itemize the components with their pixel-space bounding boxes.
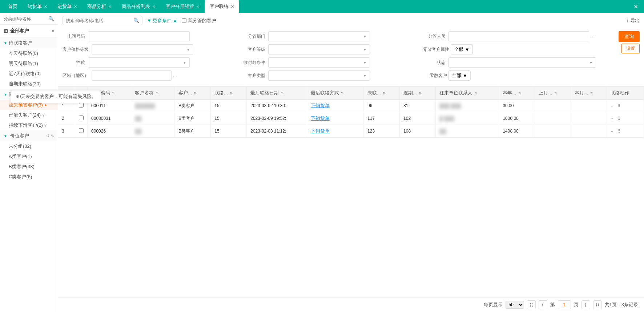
settings-button[interactable]: 设置 bbox=[621, 44, 640, 53]
sidebar-item-7days[interactable]: 近7天待联络(0) bbox=[0, 69, 58, 79]
tab-purchase[interactable]: 进货单 ✕ bbox=[52, 0, 82, 13]
sidebar-item-b-class[interactable]: B类客户(33) bbox=[0, 162, 58, 172]
sidebar-item-c-class[interactable]: C类客户(6) bbox=[0, 172, 58, 182]
last-method-link[interactable]: 下销货单 bbox=[311, 103, 330, 108]
row-checkbox[interactable] bbox=[79, 128, 84, 133]
zero-customer-select[interactable]: 全部 ▼ bbox=[448, 70, 471, 81]
close-tab-analysis-list[interactable]: ✕ bbox=[152, 4, 156, 9]
sort-year-icon: ⇅ bbox=[518, 91, 521, 95]
filter-icon: ▼ bbox=[147, 18, 152, 23]
th-contact[interactable]: 联络... ⇅ bbox=[211, 87, 247, 100]
page-last-btn[interactable]: ⟩⟩ bbox=[593, 300, 602, 309]
sidebar-item-declining[interactable]: 持续下滑客户(2) ? bbox=[0, 120, 58, 130]
churned-info-icon: ? bbox=[42, 113, 44, 117]
action-menu-icon[interactable]: ⠿ bbox=[617, 116, 621, 121]
tab-sales[interactable]: 销货单 ✕ bbox=[23, 0, 52, 13]
payment-chevron-icon: ▼ bbox=[363, 61, 367, 65]
page-prev-btn[interactable]: ⟨ bbox=[539, 300, 547, 309]
sort-code-icon: ⇅ bbox=[112, 91, 115, 95]
page-first-btn[interactable]: ⟨⟨ bbox=[527, 300, 536, 309]
td-contact: 15 bbox=[211, 100, 247, 112]
payment-select[interactable]: ▼ bbox=[268, 57, 370, 68]
action-link-icon[interactable]: ⌁ bbox=[611, 103, 613, 109]
zero-attr-chevron-icon: ▼ bbox=[465, 47, 470, 52]
th-overdue[interactable]: 逾期... ⇅ bbox=[400, 87, 436, 100]
td-contact: 15 bbox=[211, 112, 247, 125]
td-name: ██ bbox=[131, 125, 175, 138]
row-checkbox[interactable] bbox=[79, 116, 84, 120]
status-select[interactable]: ▼ bbox=[448, 57, 596, 68]
person-more-icon[interactable]: ··· bbox=[589, 34, 596, 39]
action-link-icon[interactable]: ⌁ bbox=[611, 116, 613, 121]
page-number-input[interactable] bbox=[558, 300, 571, 309]
collapse-icon[interactable]: « bbox=[52, 28, 54, 33]
gender-chevron-icon: ▼ bbox=[183, 61, 186, 65]
action-link-icon[interactable]: ⌁ bbox=[611, 129, 613, 134]
td-no: 3 bbox=[58, 125, 75, 138]
dept-select[interactable]: ▼ bbox=[268, 31, 370, 41]
export-btn[interactable]: ↑ 导出 bbox=[627, 17, 640, 24]
price-level-select[interactable]: ▼ bbox=[92, 44, 193, 54]
tab-customer-tier[interactable]: 客户分层经营 ✕ bbox=[161, 0, 205, 13]
sidebar-item-ungroup[interactable]: 未分组(32) bbox=[0, 141, 58, 151]
refresh-icon[interactable]: ↺ bbox=[46, 134, 49, 138]
sidebar-item-today[interactable]: 今天待联络(0) bbox=[0, 48, 58, 58]
th-action: 联络动作 bbox=[607, 87, 644, 100]
th-year[interactable]: 本年... ⇅ bbox=[499, 87, 535, 100]
search-input[interactable] bbox=[66, 18, 132, 23]
zero-attr-select[interactable]: 全部 ▼ bbox=[451, 44, 473, 54]
tab-analysis-list[interactable]: 商品分析列表 ✕ bbox=[117, 0, 161, 13]
content-area: 🔍 ▼ 更多条件 ▲ 我分管的客户 ↑ 导出 电话号码 bbox=[58, 13, 644, 312]
tab-home[interactable]: 首页 bbox=[3, 0, 23, 13]
th-contact-person[interactable]: 往来单位联系人 ⇅ bbox=[436, 87, 499, 100]
zero-attr-label: 零散客户属性 bbox=[423, 46, 451, 53]
sort-overdue-icon: ⇅ bbox=[419, 91, 422, 95]
region-more-icon[interactable]: ··· bbox=[172, 73, 178, 78]
sidebar-item-tomorrow[interactable]: 明天待联络(1) bbox=[0, 58, 58, 69]
th-last-date[interactable]: 最后联络日期 ⇅ bbox=[247, 87, 307, 100]
sidebar-group-title-value[interactable]: ▼ 价值客户 ↺ ✎ bbox=[0, 130, 58, 141]
last-method-link[interactable]: 下销货单 bbox=[311, 128, 330, 134]
sidebar-item-a-class[interactable]: A类客户(1) bbox=[0, 151, 58, 162]
action-menu-icon[interactable]: ⠿ bbox=[617, 129, 621, 134]
sidebar-group-title-pending[interactable]: ▼ 待联络客户 bbox=[0, 37, 58, 48]
td-contact: 15 bbox=[211, 125, 247, 138]
edit-icon[interactable]: ✎ bbox=[51, 134, 54, 138]
close-tab-customer-link[interactable]: ✕ bbox=[231, 4, 234, 9]
sidebar-all-customers[interactable]: ⊞ 全部客户 « bbox=[0, 25, 58, 37]
action-menu-icon[interactable]: ⠿ bbox=[617, 103, 621, 109]
sidebar-group-pending: ▼ 待联络客户 今天待联络(0) 明天待联络(1) 近7天待联络(0) 逾期未联… bbox=[0, 37, 58, 89]
customer-type-select[interactable]: ▼ bbox=[268, 70, 370, 81]
query-button[interactable]: 查询 bbox=[619, 31, 640, 42]
th-last-month[interactable]: 上月... ⇅ bbox=[535, 87, 571, 100]
th-type[interactable]: 客户... ⇅ bbox=[175, 87, 211, 100]
sort-this-month-icon: ⇅ bbox=[590, 91, 593, 95]
page-next-btn[interactable]: ⟩ bbox=[581, 300, 590, 309]
person-input[interactable] bbox=[448, 31, 589, 41]
th-this-month[interactable]: 本月... ⇅ bbox=[571, 87, 607, 100]
search-icon[interactable]: 🔍 bbox=[133, 18, 139, 23]
total-records-label: 共1页，3条记录 bbox=[605, 301, 638, 308]
region-input[interactable] bbox=[92, 70, 172, 81]
window-close-button[interactable]: ✕ bbox=[631, 3, 641, 10]
close-tab-purchase[interactable]: ✕ bbox=[74, 4, 77, 9]
th-name[interactable]: 客户名称 ⇅ bbox=[131, 87, 175, 100]
close-tab-customer-tier[interactable]: ✕ bbox=[196, 4, 200, 9]
customer-level-select[interactable]: ▼ bbox=[268, 44, 370, 54]
close-tab-sales[interactable]: ✕ bbox=[44, 4, 47, 9]
th-last-method[interactable]: 最后联络方式 ⇅ bbox=[307, 87, 363, 100]
per-page-select[interactable]: 50 100 bbox=[506, 301, 524, 309]
sidebar-item-overdue[interactable]: 逾期未联络(30) bbox=[0, 79, 58, 89]
tab-customer-link[interactable]: 客户联络 ✕ bbox=[205, 0, 239, 13]
sidebar-item-churned[interactable]: 已流失客户(24) ? bbox=[0, 110, 58, 120]
tab-analysis[interactable]: 商品分析 ✕ bbox=[82, 0, 117, 13]
more-conditions-btn[interactable]: ▼ 更多条件 ▲ bbox=[147, 17, 177, 24]
last-method-link[interactable]: 下销货单 bbox=[311, 116, 330, 121]
my-customers-checkbox[interactable] bbox=[182, 18, 186, 23]
close-tab-analysis[interactable]: ✕ bbox=[108, 4, 112, 9]
sidebar-search-input[interactable] bbox=[4, 16, 47, 21]
gender-select[interactable]: ▼ bbox=[88, 57, 190, 68]
row-checkbox[interactable] bbox=[79, 103, 84, 108]
th-unlisted[interactable]: 未联... ⇅ bbox=[364, 87, 400, 100]
phone-input[interactable] bbox=[88, 31, 190, 41]
